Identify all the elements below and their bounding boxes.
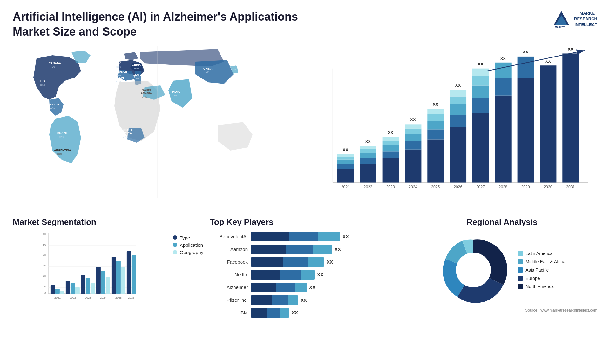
- legend-europe: Europe: [518, 276, 565, 281]
- svg-text:xx%: xx%: [57, 152, 62, 155]
- segmentation-title: Market Segmentation: [13, 217, 203, 227]
- legend-color-mea: [518, 259, 523, 264]
- svg-text:XX: XX: [365, 139, 371, 144]
- bar-seg2: [276, 283, 295, 292]
- svg-text:50: 50: [43, 243, 46, 246]
- svg-text:2023: 2023: [85, 296, 91, 299]
- bar-seg3: [301, 270, 315, 280]
- player-bar-container: XX: [251, 257, 400, 267]
- player-bar: [251, 245, 332, 254]
- svg-text:2021: 2021: [341, 185, 350, 189]
- svg-text:2030: 2030: [544, 185, 552, 189]
- svg-rect-123: [66, 281, 70, 294]
- svg-text:2022: 2022: [364, 185, 372, 189]
- svg-rect-56: [383, 151, 399, 158]
- player-name: IBM: [210, 310, 248, 315]
- legend-north-america: North America: [518, 284, 565, 289]
- svg-text:10: 10: [43, 285, 46, 288]
- svg-rect-59: [383, 137, 399, 141]
- svg-text:XX: XX: [433, 102, 438, 106]
- segmentation-chart: 60 50 40 30 20 10 0: [13, 232, 163, 306]
- svg-rect-120: [51, 285, 55, 294]
- bar-seg2: [267, 308, 280, 318]
- svg-text:2029: 2029: [521, 185, 530, 189]
- player-bar: [251, 270, 315, 280]
- svg-text:FRANCE: FRANCE: [115, 70, 127, 73]
- legend-application-dot: [173, 243, 177, 247]
- player-bar: [251, 295, 298, 305]
- svg-rect-136: [132, 255, 136, 294]
- player-bar: [251, 283, 307, 292]
- svg-text:xx%: xx%: [231, 68, 236, 71]
- svg-text:2025: 2025: [115, 296, 122, 299]
- svg-text:xx%: xx%: [134, 67, 139, 70]
- world-map: CANADA xx% U.S. xx% MEXICO xx% BRAZIL xx…: [13, 46, 302, 198]
- svg-rect-57: [383, 145, 399, 151]
- svg-rect-99: [540, 65, 556, 182]
- svg-rect-49: [360, 158, 376, 164]
- player-row: BenevolentAI XX: [210, 232, 400, 241]
- svg-text:U.K.: U.K.: [116, 62, 122, 65]
- header: Artificial Intelligence (AI) in Alzheime…: [13, 10, 597, 39]
- svg-text:U.S.: U.S.: [40, 80, 46, 83]
- svg-rect-52: [360, 146, 376, 149]
- legend-type-dot: [173, 235, 177, 240]
- svg-rect-63: [405, 141, 421, 149]
- svg-text:xx%: xx%: [173, 94, 177, 97]
- bar-seg2: [272, 295, 288, 305]
- legend-asia-pacific: Asia Pacific: [518, 267, 565, 273]
- legend-type: Type: [173, 235, 203, 240]
- svg-text:xx%: xx%: [116, 80, 121, 83]
- svg-rect-41: [337, 169, 354, 182]
- player-bar-container: XX: [251, 270, 400, 280]
- world-map-section: CANADA xx% U.S. xx% MEXICO xx% BRAZIL xx…: [13, 46, 302, 211]
- svg-text:2031: 2031: [566, 185, 575, 189]
- player-bar-container: XX: [251, 232, 400, 241]
- svg-text:2021: 2021: [54, 296, 61, 299]
- seg-chart-svg: 60 50 40 30 20 10 0: [13, 232, 163, 305]
- player-row: Pfizer Inc. XX: [210, 295, 400, 305]
- svg-text:SAUDI: SAUDI: [142, 89, 151, 92]
- player-bar: [251, 232, 340, 241]
- player-row: Netflix XX: [210, 270, 400, 280]
- svg-rect-73: [427, 109, 444, 114]
- player-bar-container: XX: [251, 283, 400, 292]
- bar-chart-svg: XX 2021 XX 2022: [321, 65, 591, 198]
- svg-text:xx%: xx%: [40, 84, 45, 86]
- legend-color-latin: [518, 251, 523, 256]
- segmentation-legend: Type Application Geography: [173, 235, 203, 255]
- svg-text:2026: 2026: [128, 296, 134, 299]
- player-bar-container: XX: [251, 295, 400, 305]
- svg-text:30: 30: [43, 264, 46, 267]
- svg-text:XX: XX: [410, 117, 416, 122]
- bar-seg3: [308, 257, 324, 267]
- players-title: Top Key Players: [210, 217, 400, 227]
- player-name: Aamzon: [210, 246, 248, 252]
- top-players-section: Top Key Players BenevolentAI XX Aamzon: [210, 217, 400, 318]
- players-list: BenevolentAI XX Aamzon: [210, 232, 400, 318]
- bar-seg1: [251, 283, 276, 292]
- player-row: Aamzon XX: [210, 245, 400, 254]
- player-row: Alzheimer XX: [210, 283, 400, 292]
- svg-rect-43: [337, 159, 354, 164]
- logo: MARKET MARKETRESEARCHINTELLECT: [552, 10, 597, 29]
- svg-point-143: [456, 253, 491, 287]
- svg-rect-58: [383, 141, 399, 145]
- svg-rect-129: [96, 267, 101, 294]
- svg-text:xx%: xx%: [204, 71, 209, 74]
- svg-text:ITALY: ITALY: [134, 73, 142, 77]
- bar-seg1: [251, 232, 289, 241]
- svg-text:2022: 2022: [70, 296, 76, 299]
- player-name: BenevolentAI: [210, 234, 248, 239]
- logo-text: MARKETRESEARCHINTELLECT: [574, 10, 597, 28]
- player-name: Facebook: [210, 259, 248, 265]
- svg-text:xx%: xx%: [123, 136, 128, 138]
- svg-text:XX: XX: [455, 83, 461, 88]
- svg-text:xx%: xx%: [134, 77, 139, 80]
- bar-seg2: [280, 270, 301, 280]
- bar-seg1: [251, 245, 286, 254]
- svg-text:xx%: xx%: [142, 96, 147, 98]
- svg-rect-86: [472, 76, 489, 85]
- svg-text:2024: 2024: [100, 296, 106, 299]
- bar-chart-section: XX 2021 XX 2022: [308, 46, 597, 211]
